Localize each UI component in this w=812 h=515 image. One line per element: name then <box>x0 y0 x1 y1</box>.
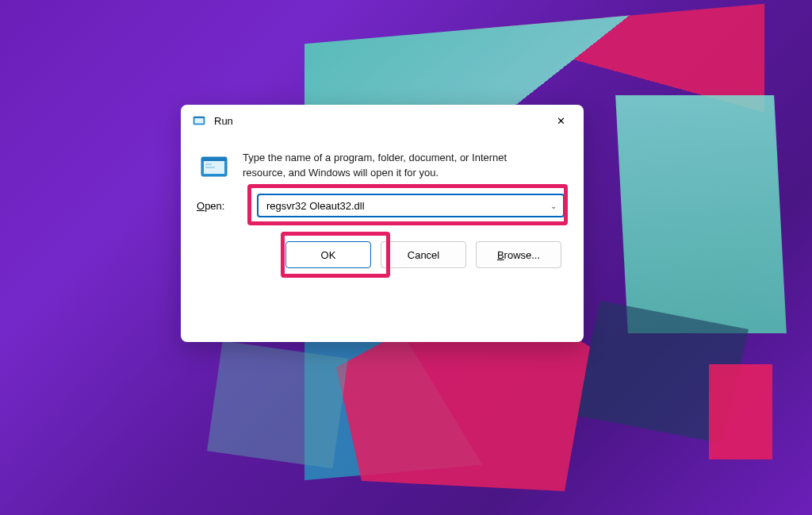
wallpaper-shape <box>615 95 787 333</box>
info-row: Type the name of a program, folder, docu… <box>197 151 565 181</box>
wallpaper-shape <box>207 341 348 469</box>
browse-button[interactable]: Browse... <box>476 241 561 268</box>
run-icon <box>200 152 228 181</box>
dialog-titlebar[interactable]: Run ✕ <box>181 105 584 136</box>
dialog-body: Type the name of a program, folder, docu… <box>181 136 584 281</box>
svg-rect-5 <box>201 157 227 161</box>
info-text: Type the name of a program, folder, docu… <box>243 151 565 181</box>
close-icon: ✕ <box>557 115 565 127</box>
open-label: Open: <box>197 200 241 212</box>
svg-rect-6 <box>205 163 212 165</box>
svg-rect-7 <box>205 167 215 168</box>
input-row: Open: ⌄ <box>197 194 565 217</box>
wallpaper-shape <box>709 364 772 459</box>
svg-rect-2 <box>193 117 205 118</box>
svg-rect-1 <box>195 118 204 124</box>
close-button[interactable]: ✕ <box>544 109 577 133</box>
button-row: OK Cancel Browse... <box>197 241 565 268</box>
cancel-button[interactable]: Cancel <box>381 241 466 268</box>
dialog-title: Run <box>214 115 544 127</box>
open-input[interactable] <box>257 194 565 217</box>
ok-button[interactable]: OK <box>285 241 371 268</box>
open-combobox[interactable]: ⌄ <box>257 194 565 217</box>
run-icon <box>192 113 206 128</box>
run-dialog: Run ✕ Type the name of a program, folder… <box>181 105 584 342</box>
